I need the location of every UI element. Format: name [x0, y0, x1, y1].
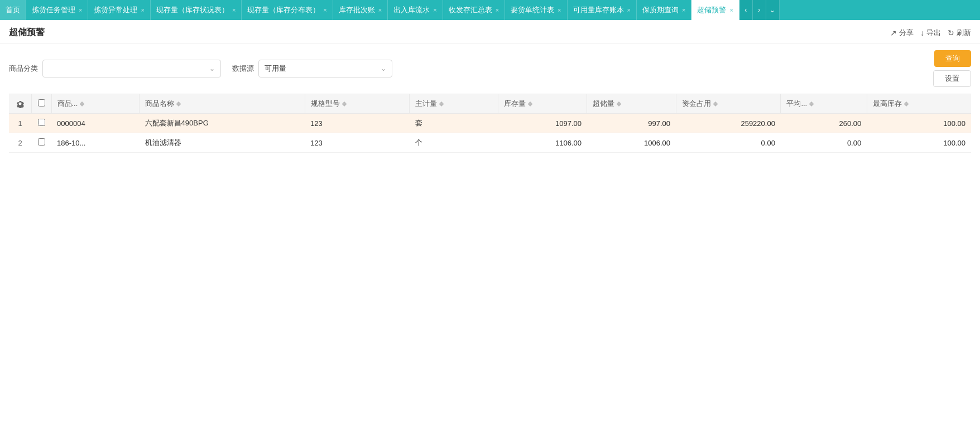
row-max-stock-1: 100.00	[867, 133, 971, 153]
refresh-icon: ↻	[948, 28, 954, 37]
row-checkbox-1[interactable]	[31, 133, 51, 153]
overstock-table: 商品... 商品名称	[9, 94, 971, 153]
category-filter-group: 商品分类 ⌄	[9, 60, 221, 77]
th-unit[interactable]: 主计量	[410, 94, 498, 114]
nav-label-overstock: 超储预警	[697, 5, 726, 15]
row-num-0: 1	[9, 114, 31, 133]
nav-item-task[interactable]: 拣货任务管理 ×	[26, 0, 88, 20]
th-product-name[interactable]: 商品名称	[140, 94, 305, 114]
refresh-label: 刷新	[957, 28, 971, 38]
nav-next-arrow[interactable]: ›	[753, 0, 766, 20]
filter-buttons: 查询 设置	[933, 50, 971, 87]
datasource-select[interactable]: 可用量 ⌄	[258, 60, 392, 77]
filter-area: 商品分类 ⌄ 数据源 可用量 ⌄ 查询 设置	[0, 43, 980, 94]
top-navigation: 首页 拣货任务管理 × 拣货异常处理 × 现存量（库存状况表） × 现存量（库存…	[0, 0, 980, 20]
share-icon: ↗	[890, 28, 897, 37]
sort-icon-capital	[713, 101, 718, 106]
nav-close-task[interactable]: ×	[79, 7, 82, 13]
table-row[interactable]: 1 0000004 六配套新昌490BPG 123 套 1097.00 997.…	[9, 114, 971, 133]
nav-close-batch[interactable]: ×	[378, 7, 382, 13]
nav-item-overstock[interactable]: 超储预警 ×	[691, 0, 739, 20]
th-overstock[interactable]: 超储量	[587, 94, 676, 114]
table-row[interactable]: 2 186-10... 机油滤清器 123 个 1106.00 1006.00 …	[9, 133, 971, 153]
row-product-name-1: 机油滤清器	[140, 133, 305, 153]
nav-item-exception[interactable]: 拣货异常处理 ×	[88, 0, 150, 20]
nav-item-stock-dist[interactable]: 现存量（库存分布表） ×	[242, 0, 333, 20]
settings-button[interactable]: 设置	[933, 70, 971, 87]
nav-label-stock-status: 现存量（库存状况表）	[156, 5, 229, 15]
nav-item-flow[interactable]: 出入库流水 ×	[388, 0, 443, 20]
category-chevron-icon: ⌄	[209, 65, 215, 72]
row-max-stock-0: 100.00	[867, 114, 971, 133]
nav-item-stock-status[interactable]: 现存量（库存状况表） ×	[151, 0, 242, 20]
th-max-stock[interactable]: 最高库存	[867, 94, 971, 114]
nav-label-order-stat: 要货单统计表	[511, 5, 554, 15]
nav-label-batch: 库存批次账	[339, 5, 375, 15]
share-label: 分享	[899, 28, 914, 38]
nav-label-available: 可用量库存账本	[573, 5, 624, 15]
nav-close-overstock[interactable]: ×	[729, 7, 733, 13]
settings-col-header	[9, 94, 31, 114]
th-product-code-label: 商品...	[57, 99, 78, 109]
nav-prev-arrow[interactable]: ‹	[739, 0, 753, 20]
share-button[interactable]: ↗ 分享	[890, 28, 914, 38]
row-unit-1: 个	[410, 133, 498, 153]
row-capital-0: 259220.00	[676, 114, 781, 133]
th-capital[interactable]: 资金占用	[676, 94, 781, 114]
row-checkbox-0[interactable]	[31, 114, 51, 133]
row-stock-0: 1097.00	[498, 114, 587, 133]
th-avg[interactable]: 平均...	[781, 94, 867, 114]
gear-icon[interactable]	[16, 99, 25, 108]
nav-close-stock-dist[interactable]: ×	[323, 7, 326, 13]
row-overstock-0: 997.00	[587, 114, 676, 133]
datasource-chevron-icon: ⌄	[381, 65, 386, 72]
sort-icon-unit	[439, 101, 444, 106]
nav-close-flow[interactable]: ×	[433, 7, 436, 13]
th-max-stock-label: 最高库存	[873, 99, 902, 109]
nav-label-stock-dist: 现存量（库存分布表）	[247, 5, 320, 15]
category-label: 商品分类	[9, 64, 38, 74]
nav-label-exception: 拣货异常处理	[94, 5, 137, 15]
nav-item-summary[interactable]: 收发存汇总表 ×	[443, 0, 505, 20]
page-title: 超储预警	[9, 27, 45, 38]
sort-icon-product-name	[176, 101, 181, 106]
nav-item-available[interactable]: 可用量库存账本 ×	[568, 0, 637, 20]
nav-close-expiry[interactable]: ×	[682, 7, 685, 13]
nav-label-task: 拣货任务管理	[32, 5, 75, 15]
nav-item-expiry[interactable]: 保质期查询 ×	[637, 0, 691, 20]
nav-close-order-stat[interactable]: ×	[558, 7, 561, 13]
th-product-code[interactable]: 商品...	[51, 94, 140, 114]
sort-icon-avg	[809, 101, 814, 106]
query-button[interactable]: 查询	[934, 50, 971, 67]
nav-close-available[interactable]: ×	[627, 7, 631, 13]
export-button[interactable]: ↓ 导出	[920, 28, 941, 38]
row-num-1: 2	[9, 133, 31, 153]
row-spec-0: 123	[305, 114, 410, 133]
nav-menu-arrow[interactable]: ⌄	[766, 0, 780, 20]
refresh-button[interactable]: ↻ 刷新	[948, 28, 971, 38]
nav-close-summary[interactable]: ×	[496, 7, 499, 13]
row-product-code-1: 186-10...	[51, 133, 140, 153]
row-avg-1: 0.00	[781, 133, 867, 153]
datasource-label: 数据源	[232, 64, 254, 74]
nav-label-flow: 出入库流水	[393, 5, 430, 15]
nav-item-order-stat[interactable]: 要货单统计表 ×	[505, 0, 567, 20]
sort-icon-overstock	[617, 101, 621, 106]
nav-item-batch[interactable]: 库存批次账 ×	[333, 0, 388, 20]
nav-close-exception[interactable]: ×	[141, 7, 144, 13]
export-label: 导出	[926, 28, 941, 38]
row-capital-1: 0.00	[676, 133, 781, 153]
datasource-select-value: 可用量	[265, 64, 286, 74]
header-actions: ↗ 分享 ↓ 导出 ↻ 刷新	[890, 28, 971, 38]
datasource-filter-group: 数据源 可用量 ⌄	[232, 60, 392, 77]
th-spec-label: 规格型号	[311, 99, 340, 109]
nav-close-stock-status[interactable]: ×	[232, 7, 236, 13]
th-product-name-label: 商品名称	[145, 99, 174, 109]
nav-label-summary: 收发存汇总表	[449, 5, 492, 15]
th-stock[interactable]: 库存量	[498, 94, 587, 114]
category-select[interactable]: ⌄	[42, 60, 221, 77]
nav-item-home[interactable]: 首页	[0, 0, 26, 20]
th-spec[interactable]: 规格型号	[305, 94, 410, 114]
select-all-checkbox[interactable]	[38, 99, 45, 106]
row-stock-1: 1106.00	[498, 133, 587, 153]
